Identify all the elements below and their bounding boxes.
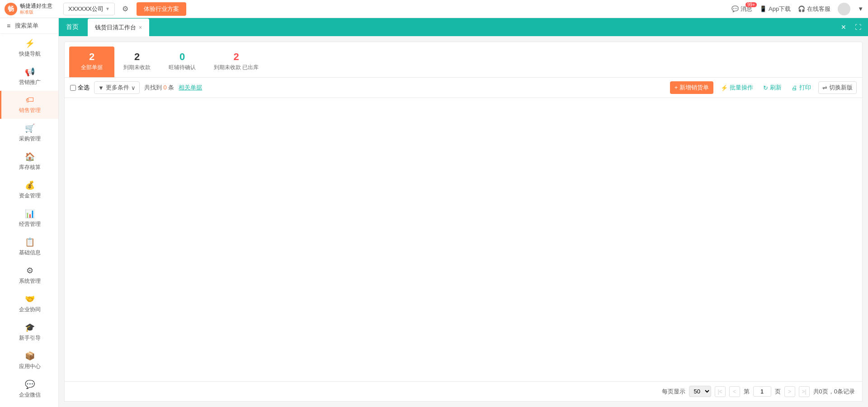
list-icon: 📋 [25, 237, 35, 247]
batch-operation-button[interactable]: ⚡ 批量操作 [718, 82, 756, 94]
toolbar-left: 全选 ▼ 更多条件 ∨ 共找到 0 条 相关单据 [70, 81, 202, 94]
page-size-select[interactable]: 50 [689, 386, 711, 397]
select-all-checkbox[interactable]: 全选 [70, 84, 90, 92]
status-tab-overdue-shipped[interactable]: 2 到期未收款 已出库 [205, 47, 268, 77]
close-window-button[interactable]: ✕ [838, 22, 849, 33]
sidebar-item-purchase[interactable]: 🛒 采购管理 [0, 119, 58, 147]
found-count: 共找到 0 条 [144, 84, 174, 92]
sidebar-item-operations[interactable]: 📊 经营管理 [0, 204, 58, 233]
sidebar-item-system[interactable]: ⚙ 系统管理 [0, 261, 58, 290]
print-button[interactable]: 🖨 打印 [789, 82, 814, 94]
settings-icon[interactable]: ⚙ [118, 2, 132, 16]
messages-button[interactable]: 💬 消息 99+ [731, 5, 752, 13]
online-service-button[interactable]: 🎧 在线客服 [798, 5, 830, 13]
filter-button[interactable]: ▼ 更多条件 ∨ [94, 81, 140, 94]
switch-version-button[interactable]: ⇌ 切换新版 [818, 81, 857, 94]
add-order-button[interactable]: + 新增销货单 [670, 81, 713, 94]
switch-icon: ⇌ [822, 84, 827, 91]
logo-icon: 畅 [5, 3, 17, 15]
toolbar-right: + 新增销货单 ⚡ 批量操作 ↻ 刷新 🖨 打印 ⇌ [670, 81, 857, 94]
sidebar-item-basic-info[interactable]: 📋 基础信息 [0, 233, 58, 261]
tab-bar-actions: ✕ ⛶ [838, 22, 868, 33]
sidebar-item-app-center[interactable]: 📦 应用中心 [0, 346, 58, 375]
try-industry-button[interactable]: 体验行业方案 [137, 2, 186, 16]
print-icon: 🖨 [792, 84, 797, 91]
toolbar: 全选 ▼ 更多条件 ∨ 共找到 0 条 相关单据 [64, 78, 863, 98]
gear-icon: ⚙ [26, 266, 33, 276]
sidebar-item-enterprise-collab[interactable]: 🤝 企业协同 [0, 290, 58, 318]
table-area [64, 98, 863, 382]
close-tab-icon[interactable]: × [139, 24, 142, 31]
sidebar-item-beginner-guide[interactable]: 🎓 新手引导 [0, 318, 58, 346]
sidebar-item-quick-nav[interactable]: ⚡ 快捷导航 [0, 34, 58, 62]
sales-icon: 🏷 [26, 95, 34, 105]
guide-icon: 🎓 [25, 323, 35, 332]
sidebar-item-sales[interactable]: 🏷 销售管理 [0, 91, 58, 119]
download-icon: 📱 [760, 5, 767, 12]
select-all-input[interactable] [70, 85, 76, 91]
avatar[interactable] [838, 3, 850, 15]
refresh-icon: ↻ [763, 84, 768, 91]
chevron-down-icon: ∨ [131, 84, 136, 91]
app-download-button[interactable]: 📱 App下载 [760, 5, 791, 13]
chart-icon: 📊 [25, 209, 35, 219]
sidebar-item-finance[interactable]: 💰 资金管理 [0, 176, 58, 204]
search-icon: ≡ [7, 22, 10, 29]
sidebar-item-enterprise-wechat[interactable]: 💬 企业微信 [0, 375, 58, 403]
filter-icon: ▼ [98, 84, 104, 91]
top-header: 畅 畅捷通好生意 标准版 XXXXXX公司 ▼ ⚙ 体验行业方案 💬 消息 99… [0, 0, 868, 18]
status-tabs: 2 全部单据 2 到期未收款 0 旺辅待确认 2 到期未收款 已出库 [64, 42, 863, 78]
status-tab-overdue[interactable]: 2 到期未收款 [114, 47, 160, 77]
company-selector[interactable]: XXXXXX公司 ▼ [63, 3, 115, 15]
lightning-icon: ⚡ [25, 38, 35, 48]
batch-icon: ⚡ [721, 84, 728, 91]
header-right: 💬 消息 99+ 📱 App下载 🎧 在线客服 ▼ [731, 3, 863, 15]
warehouse-icon: 🏠 [25, 152, 35, 162]
messages-badge: 99+ [745, 2, 757, 7]
page-content: 2 全部单据 2 到期未收款 0 旺辅待确认 2 到期未收款 已出库 [59, 36, 868, 407]
chevron-down-icon: ▼ [105, 6, 110, 11]
wechat-icon: 💬 [25, 379, 35, 389]
logo-text: 畅捷通好生意 标准版 [20, 3, 52, 14]
page-number-input[interactable] [753, 386, 771, 397]
box-icon: 📦 [25, 351, 35, 361]
next-page-button[interactable]: > [784, 386, 795, 397]
main-layout: ≡ 搜索菜单 ⚡ 快捷导航 📢 营销推广 🏷 销售管理 🛒 采购管理 🏠 库存核… [0, 18, 868, 407]
megaphone-icon: 📢 [25, 67, 35, 77]
chevron-down-icon: ▼ [858, 5, 863, 12]
related-orders-link[interactable]: 相关单据 [179, 84, 202, 92]
cart-icon: 🛒 [25, 123, 35, 133]
maximize-window-button[interactable]: ⛶ [853, 22, 863, 33]
work-bench-tab[interactable]: 钱货日清工作台 × [88, 19, 149, 37]
sidebar-item-inventory[interactable]: 🏠 库存核算 [0, 147, 58, 176]
money-icon: 💰 [25, 180, 35, 190]
message-icon: 💬 [731, 5, 739, 12]
status-tab-all[interactable]: 2 全部单据 [69, 47, 114, 77]
total-info: 共0页，0条记录 [813, 388, 855, 396]
tab-bar: 首页 钱货日清工作台 × ✕ ⛶ [59, 18, 868, 36]
sidebar-item-marketing[interactable]: 📢 营销推广 [0, 62, 58, 91]
user-menu-button[interactable]: ▼ [858, 5, 863, 12]
first-page-button[interactable]: |< [715, 386, 726, 397]
handshake-icon: 🤝 [25, 294, 35, 304]
sidebar-item-search-menu[interactable]: ≡ 搜索菜单 [0, 18, 58, 34]
prev-page-button[interactable]: < [729, 386, 740, 397]
pagination: 每页显示 50 |< < 第 页 > >| 共0页，0条记录 [64, 382, 863, 402]
sidebar-item-vip[interactable]: V 畅会员 [0, 403, 58, 407]
last-page-button[interactable]: >| [799, 386, 810, 397]
sidebar: ≡ 搜索菜单 ⚡ 快捷导航 📢 营销推广 🏷 销售管理 🛒 采购管理 🏠 库存核… [0, 18, 59, 407]
logo-area: 畅 畅捷通好生意 标准版 [5, 3, 63, 15]
status-tab-pending-confirm[interactable]: 0 旺辅待确认 [160, 47, 205, 77]
refresh-button[interactable]: ↻ 刷新 [760, 82, 784, 94]
content-area: 首页 钱货日清工作台 × ✕ ⛶ 2 全部单据 2 到期未收款 [59, 18, 868, 407]
service-icon: 🎧 [798, 5, 805, 12]
home-tab[interactable]: 首页 [59, 18, 86, 36]
